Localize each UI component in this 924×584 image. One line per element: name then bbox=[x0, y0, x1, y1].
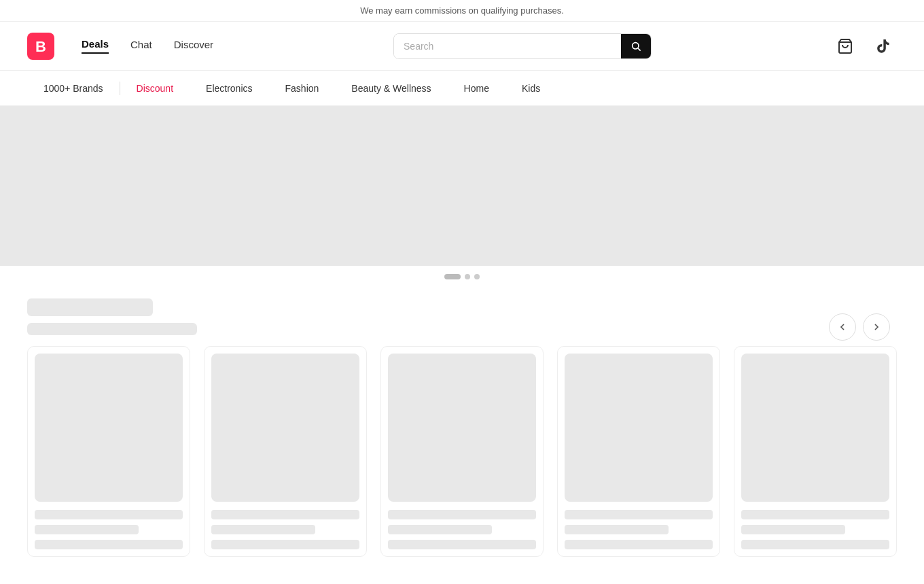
announcement-text: We may earn commissions on qualifying pu… bbox=[360, 5, 564, 16]
products-next-button[interactable] bbox=[863, 313, 890, 341]
logo[interactable]: B bbox=[27, 33, 54, 60]
category-fashion[interactable]: Fashion bbox=[269, 71, 336, 105]
nav-discover[interactable]: Discover bbox=[174, 39, 213, 53]
category-beauty[interactable]: Beauty & Wellness bbox=[335, 71, 447, 105]
search-icon bbox=[630, 41, 641, 52]
product-line-skeleton bbox=[565, 540, 713, 549]
nav-deals[interactable]: Deals bbox=[82, 38, 109, 54]
search-wrapper bbox=[393, 33, 652, 59]
product-card[interactable] bbox=[557, 346, 720, 557]
products-prev-button[interactable] bbox=[829, 313, 856, 341]
search-container bbox=[241, 33, 804, 59]
product-image-skeleton bbox=[211, 354, 359, 502]
product-line-skeleton bbox=[565, 510, 713, 519]
bag-icon bbox=[837, 38, 853, 54]
svg-text:B: B bbox=[35, 37, 46, 54]
product-line-skeleton bbox=[35, 510, 183, 519]
chevron-left-icon bbox=[837, 322, 848, 332]
carousel-dot-3[interactable] bbox=[474, 274, 480, 279]
products-row bbox=[27, 346, 897, 557]
tiktok-icon bbox=[875, 38, 891, 54]
category-discount[interactable]: Discount bbox=[120, 71, 190, 105]
product-line-skeleton bbox=[388, 540, 536, 549]
product-card[interactable] bbox=[204, 346, 367, 557]
products-grid bbox=[27, 346, 897, 557]
carousel-dot-2[interactable] bbox=[465, 274, 470, 279]
product-line-skeleton bbox=[35, 540, 183, 549]
product-line-skeleton bbox=[211, 525, 315, 534]
category-home[interactable]: Home bbox=[448, 71, 505, 105]
category-kids[interactable]: Kids bbox=[505, 71, 556, 105]
category-nav: 1000+ Brands Discount Electronics Fashio… bbox=[0, 71, 924, 106]
chevron-right-icon bbox=[871, 322, 882, 332]
product-line-skeleton bbox=[388, 525, 492, 534]
search-input[interactable] bbox=[394, 34, 621, 58]
product-image-skeleton bbox=[35, 354, 183, 502]
search-button[interactable] bbox=[621, 34, 651, 58]
nav-chat[interactable]: Chat bbox=[130, 39, 152, 53]
product-line-skeleton bbox=[211, 510, 359, 519]
product-image-skeleton bbox=[388, 354, 536, 502]
product-line-skeleton bbox=[35, 525, 139, 534]
announcement-bar: We may earn commissions on qualifying pu… bbox=[0, 0, 924, 22]
header: B Deals Chat Discover bbox=[0, 22, 924, 71]
section-title-skeleton bbox=[27, 298, 153, 316]
hero-banner bbox=[0, 106, 924, 266]
product-line-skeleton bbox=[741, 525, 845, 534]
carousel-dots bbox=[0, 266, 924, 288]
tiktok-button[interactable] bbox=[870, 33, 897, 60]
svg-line-3 bbox=[638, 48, 641, 51]
product-image-skeleton bbox=[565, 354, 713, 502]
product-line-skeleton bbox=[388, 510, 536, 519]
category-brands[interactable]: 1000+ Brands bbox=[27, 71, 120, 105]
products-section bbox=[0, 288, 924, 584]
section-header bbox=[27, 298, 897, 335]
product-line-skeleton bbox=[211, 540, 359, 549]
carousel-dot-1[interactable] bbox=[444, 274, 461, 279]
product-image-skeleton bbox=[741, 354, 889, 502]
product-card[interactable] bbox=[734, 346, 897, 557]
product-card[interactable] bbox=[380, 346, 544, 557]
bag-button[interactable] bbox=[832, 33, 859, 60]
svg-point-2 bbox=[633, 42, 639, 48]
product-line-skeleton bbox=[741, 540, 889, 549]
category-electronics[interactable]: Electronics bbox=[190, 71, 268, 105]
product-line-skeleton bbox=[565, 525, 669, 534]
section-subtitle-skeleton bbox=[27, 323, 197, 335]
product-card[interactable] bbox=[27, 346, 190, 557]
product-line-skeleton bbox=[741, 510, 889, 519]
header-icons bbox=[832, 33, 897, 60]
main-nav: Deals Chat Discover bbox=[82, 38, 213, 54]
